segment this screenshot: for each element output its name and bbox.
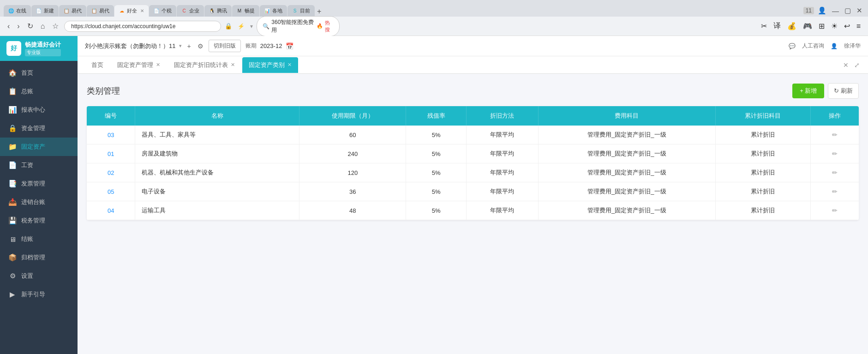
translate-icon[interactable]: 译 xyxy=(772,20,783,32)
tab-asset-mgmt[interactable]: 固定资产管理 ✕ xyxy=(111,57,167,73)
cell-accumulated: 累计折旧 xyxy=(715,182,810,201)
browser-tab-geshui[interactable]: 📄 个税 xyxy=(149,5,176,17)
ai-consult-icon: 💬 xyxy=(789,43,796,49)
topbar: 刘小艳演示账套（勿删勿动！）11 ▾ + ⚙ 切到旧版 账期 2023-12 📅… xyxy=(78,36,868,56)
sidebar-item-home[interactable]: 🏠 首页 xyxy=(0,64,78,82)
sidebar-item-label: 税务管理 xyxy=(21,216,45,225)
grid-icon[interactable]: ⊞ xyxy=(817,21,826,31)
maximize-button[interactable]: ▢ xyxy=(843,6,853,16)
tab-asset-category[interactable]: 固定资产类别 ✕ xyxy=(242,57,298,73)
site-settings-icon: 🔒 xyxy=(225,23,232,30)
cell-code[interactable]: 03 xyxy=(87,126,135,144)
user-name[interactable]: 徐泽华 xyxy=(844,42,861,50)
brightness-icon[interactable]: ☀ xyxy=(829,21,839,31)
sidebar-item-closing[interactable]: 🖥 结账 xyxy=(0,230,78,248)
browser-tab-label: 企业 xyxy=(189,7,199,14)
calendar-icon[interactable]: 📅 xyxy=(286,42,293,50)
cell-expense: 管理费用_固定资产折旧_一级 xyxy=(538,182,715,201)
cell-name: 器具、工具、家具等 xyxy=(135,126,299,144)
game-icon[interactable]: 🎮 xyxy=(801,21,814,31)
tab-depreciation-close[interactable]: ✕ xyxy=(231,62,235,68)
sidebar-nav: 🏠 首页 📋 总账 📊 报表中心 🔒 资金管理 📁 固定资产 📄 工资 xyxy=(0,61,78,354)
browser-tab-enterprise[interactable]: C 企业 xyxy=(177,5,204,17)
tab-home[interactable]: 首页 xyxy=(85,57,110,73)
cell-method: 年限平均 xyxy=(467,144,539,163)
edit-icon[interactable]: ✏ xyxy=(832,150,838,157)
edit-icon[interactable]: ✏ xyxy=(832,207,838,214)
sidebar-item-archive[interactable]: 📦 归档管理 xyxy=(0,248,78,267)
content-tabs: 首页 固定资产管理 ✕ 固定资产折旧统计表 ✕ 固定资产类别 ✕ ✕ ⤢ xyxy=(78,56,868,74)
bookmark-button[interactable]: ☆ xyxy=(50,21,60,31)
cut-icon[interactable]: ✂ xyxy=(759,21,769,31)
browser-tab-tencent[interactable]: 🐧 腾讯 xyxy=(204,5,232,17)
sidebar-item-label: 设置 xyxy=(21,272,33,280)
add-account-icon[interactable]: + xyxy=(186,41,192,51)
close-window-button[interactable]: ✕ xyxy=(855,6,864,16)
browser-tab-yidai2[interactable]: 📋 易代 xyxy=(87,5,114,17)
browser-tab-muqian[interactable]: S 目前 xyxy=(287,5,315,17)
hot-search-badge: 🔥 xyxy=(317,23,323,29)
tab-asset-mgmt-close[interactable]: ✕ xyxy=(156,62,160,68)
cell-months: 48 xyxy=(299,201,406,220)
browser-tab-close[interactable]: ✕ xyxy=(140,8,144,13)
dropdown-icon[interactable]: ▾ xyxy=(250,23,253,30)
browser-tab-yidai1[interactable]: 📋 易代 xyxy=(59,5,86,17)
sidebar-item-fixed-assets[interactable]: 📁 固定资产 xyxy=(0,138,78,156)
tab-favicon-enterprise: C xyxy=(181,8,187,14)
cell-action: ✏ xyxy=(810,201,859,220)
sidebar-item-invoice[interactable]: 📑 发票管理 xyxy=(0,174,78,193)
profile-icon[interactable]: 👤 xyxy=(816,6,828,16)
edit-icon[interactable]: ✏ xyxy=(832,169,838,176)
booster-icon[interactable]: ⚡ xyxy=(238,23,245,30)
sidebar-item-guide[interactable]: ▶ 新手引导 xyxy=(0,285,78,304)
switch-version-button[interactable]: 切到旧版 xyxy=(209,40,241,52)
browser-tab-zaixin[interactable]: 🌐 在线 xyxy=(4,5,31,17)
undo-icon[interactable]: ↩ xyxy=(842,21,852,31)
back-button[interactable]: ‹ xyxy=(6,21,12,31)
cell-months: 60 xyxy=(299,126,406,144)
ai-consult-label[interactable]: 人工咨询 xyxy=(802,42,824,50)
tax-icon: 💾 xyxy=(8,216,17,225)
sidebar-item-tax[interactable]: 💾 税务管理 xyxy=(0,211,78,230)
edit-icon[interactable]: ✏ xyxy=(832,131,838,138)
cell-code[interactable]: 02 xyxy=(87,163,135,182)
cell-code[interactable]: 04 xyxy=(87,201,135,220)
browser-tab-gedi[interactable]: 📊 各地 xyxy=(260,5,287,17)
cell-rate: 5% xyxy=(406,163,467,182)
browser-tab-haoquan[interactable]: ☁ 好全 ✕ xyxy=(114,5,149,17)
tab-depreciation[interactable]: 固定资产折旧统计表 ✕ xyxy=(168,57,241,73)
browser-tab-new[interactable]: 📄 新建 xyxy=(31,5,59,17)
tab-favicon-changte: M xyxy=(237,8,242,14)
cell-action: ✏ xyxy=(810,182,859,201)
tab-asset-category-close[interactable]: ✕ xyxy=(287,62,292,68)
edit-icon[interactable]: ✏ xyxy=(832,188,838,195)
tab-count-badge[interactable]: 11 xyxy=(803,7,814,14)
sidebar-item-reports[interactable]: 📊 报表中心 xyxy=(0,101,78,119)
refresh-button[interactable]: ↻ 刷新 xyxy=(828,83,859,99)
forward-button[interactable]: › xyxy=(15,21,21,31)
menu-icon[interactable]: ≡ xyxy=(855,21,862,31)
address-input[interactable] xyxy=(64,21,221,32)
sidebar-item-payroll[interactable]: 📄 工资 xyxy=(0,156,78,174)
category-table: 编号 名称 使用期限（月） 残值率 折旧方法 费用科目 累计折旧科目 操作 03… xyxy=(87,106,859,220)
reload-button[interactable]: ↻ xyxy=(25,21,35,31)
expand-tabs-icon[interactable]: ⤢ xyxy=(853,60,861,70)
new-tab-button[interactable]: + xyxy=(315,7,323,16)
minimize-button[interactable]: — xyxy=(830,6,841,16)
settings-gear-icon[interactable]: ⚙ xyxy=(196,41,205,51)
sidebar-item-funds[interactable]: 🔒 资金管理 xyxy=(0,119,78,138)
browser-tab-changte[interactable]: M 畅提 xyxy=(232,5,259,17)
sidebar-item-inventory[interactable]: 📥 进销台账 xyxy=(0,193,78,211)
home-nav-button[interactable]: ⌂ xyxy=(39,21,47,31)
sidebar-item-ledger[interactable]: 📋 总账 xyxy=(0,82,78,101)
add-button[interactable]: + 新增 xyxy=(792,84,824,98)
sidebar-item-settings[interactable]: ⚙ 设置 xyxy=(0,267,78,285)
search-box[interactable]: 🔍 360智能抠图免费用 🔥 热搜 xyxy=(257,16,340,36)
account-dropdown-arrow[interactable]: ▾ xyxy=(179,43,182,49)
wallet-icon[interactable]: 💰 xyxy=(785,21,798,31)
cell-code[interactable]: 05 xyxy=(87,182,135,201)
cell-code[interactable]: 01 xyxy=(87,144,135,163)
cell-rate: 5% xyxy=(406,144,467,163)
col-rate: 残值率 xyxy=(406,106,467,126)
close-all-tabs-icon[interactable]: ✕ xyxy=(842,60,850,70)
